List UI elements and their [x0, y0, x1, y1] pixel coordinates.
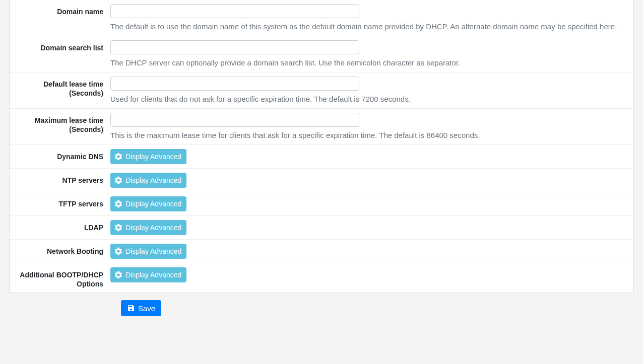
maximum-lease-time-help: This is the maximum lease time for clien… [110, 130, 628, 140]
default-lease-time-help: Used for clients that do not ask for a s… [110, 94, 628, 104]
default-lease-time-label: Default lease time (Seconds) [10, 77, 110, 98]
network-booting-advanced-button[interactable]: Display Advanced [110, 244, 186, 259]
domain-search-list-input[interactable] [110, 40, 359, 54]
bootp-dhcp-options-row: Additional BOOTP/DHCP Options Display Ad… [10, 263, 633, 293]
domain-name-label: Domain name [10, 4, 110, 16]
network-booting-label: Network Booting [10, 244, 110, 256]
default-lease-time-row: Default lease time (Seconds) Used for cl… [10, 72, 633, 109]
gear-icon [114, 152, 123, 161]
gear-icon [114, 223, 123, 232]
bootp-dhcp-options-advanced-button[interactable]: Display Advanced [110, 267, 186, 282]
domain-name-help: The default is to use the domain name of… [110, 21, 628, 32]
tftp-servers-row: TFTP servers Display Advanced [10, 192, 633, 216]
button-label: Display Advanced [125, 153, 181, 160]
save-button[interactable]: Save [121, 300, 161, 316]
default-lease-time-input[interactable] [110, 77, 359, 91]
domain-name-row: Domain name The default is to use the do… [10, 0, 633, 36]
domain-search-list-row: Domain search list The DHCP server can o… [10, 36, 633, 72]
gear-icon [114, 199, 123, 208]
save-row: Save [9, 300, 634, 316]
button-label: Save [138, 305, 155, 312]
gear-icon [114, 270, 123, 279]
gear-icon [114, 247, 123, 256]
ldap-row: LDAP Display Advanced [10, 216, 633, 240]
domain-name-input[interactable] [110, 4, 359, 18]
ntp-servers-advanced-button[interactable]: Display Advanced [110, 173, 186, 188]
button-label: Display Advanced [125, 177, 181, 184]
button-label: Display Advanced [125, 248, 181, 255]
dynamic-dns-label: Dynamic DNS [10, 149, 110, 161]
save-icon [127, 304, 135, 312]
maximum-lease-time-input[interactable] [110, 113, 359, 127]
button-label: Display Advanced [125, 271, 181, 278]
maximum-lease-time-label: Maximum lease time (Seconds) [10, 113, 110, 134]
dynamic-dns-advanced-button[interactable]: Display Advanced [110, 149, 186, 164]
domain-search-list-help: The DHCP server can optionally provide a… [110, 57, 628, 68]
ldap-advanced-button[interactable]: Display Advanced [110, 220, 186, 235]
dynamic-dns-row: Dynamic DNS Display Advanced [10, 145, 633, 169]
domain-search-list-label: Domain search list [10, 40, 110, 52]
gear-icon [114, 176, 123, 185]
ntp-servers-row: NTP servers Display Advanced [10, 169, 633, 192]
ntp-servers-label: NTP servers [10, 173, 110, 185]
bootp-dhcp-options-label: Additional BOOTP/DHCP Options [10, 267, 110, 288]
tftp-servers-advanced-button[interactable]: Display Advanced [110, 196, 186, 211]
tftp-servers-label: TFTP servers [10, 196, 110, 208]
ldap-label: LDAP [10, 220, 110, 232]
button-label: Display Advanced [125, 224, 181, 231]
button-label: Display Advanced [125, 200, 181, 207]
dhcp-settings-panel: Domain name The default is to use the do… [9, 0, 634, 293]
network-booting-row: Network Booting Display Advanced [10, 240, 633, 263]
maximum-lease-time-row: Maximum lease time (Seconds) This is the… [10, 109, 633, 145]
